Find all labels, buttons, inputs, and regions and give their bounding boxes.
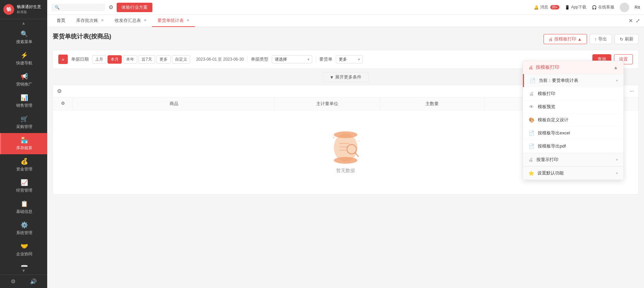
corp-icon: 🤝 [21,243,28,250]
th-qty: 主数量 [380,97,485,110]
dropdown-template-preview-item[interactable]: 👁 模板预览 [523,100,623,114]
filter-divider2 [316,56,316,63]
tab-home-label: 首页 [57,18,65,24]
notification-btn[interactable]: 🔔 消息 99+ [534,4,559,10]
dropdown-header: 🖨 按模板打印 ▲ [523,61,623,74]
print-btn[interactable]: 🖨 按模板打印 ▲ [544,34,587,44]
tab-close-all-btn[interactable]: ✕ [628,18,633,24]
refresh-icon: ↻ [620,37,623,42]
empty-svg-icon [325,131,366,164]
export-btn[interactable]: ↑ 导出 [590,34,612,44]
print-chevron-icon: ▲ [578,37,582,42]
sidebar-item-system[interactable]: ⚙️ 系统管理 [0,218,47,239]
type-filter-select[interactable]: 请选择 [272,55,312,63]
sidebar-item-search[interactable]: 🔍 搜索菜单 [0,27,47,48]
date-7days-btn[interactable]: 近7天 [139,55,155,64]
sidebar-item-finance[interactable]: 💰 资金管理 [0,154,47,175]
date-year-btn[interactable]: 本年 [123,55,137,64]
sidebar-scroll-down[interactable]: ▼ [0,267,47,275]
page-content: 要货单统计表(按商品) 🖨 按模板打印 ▲ ↑ 导出 ↻ 刷新 [47,27,644,288]
settings-bottom-icon[interactable]: ⚙ [11,278,16,285]
svg-point-9 [359,140,360,141]
template-print-icon: 🖨 [528,91,534,96]
sidebar-nav: 🔍 搜索菜单 ⚡ 快捷导航 📢 营销推广 📊 销售管理 🛒 采购管理 🏪 库存核… [0,27,47,267]
dropdown-export-pdf-item[interactable]: 📄 按模板导出pdf [523,140,623,153]
sidebar-item-label: 资金管理 [16,166,32,172]
dropdown-chevron-icon[interactable]: ▲ [613,65,618,70]
refresh-btn[interactable]: ↻ 刷新 [615,34,639,44]
page-title: 要货单统计表(按商品) [53,32,111,40]
export-btn-label: 导出 [598,36,607,42]
display-print-label: 按显示打印 [536,157,558,163]
expand-more-btn[interactable]: ▼ 展开更多条件 [323,72,369,82]
tab-inventory-batch[interactable]: 库存批次账 ✕ [71,15,109,27]
date-more-btn[interactable]: 更多 [156,55,171,64]
order-filter-select-wrap: 更多 [336,55,363,63]
tab-expand-btn[interactable]: ⤢ [636,18,640,24]
dropdown-title: 按模板打印 [536,64,559,70]
order-filter-select[interactable]: 更多 [336,55,363,63]
sound-icon[interactable]: 🔊 [30,278,37,285]
date-custom-btn[interactable]: 自定义 [172,55,190,64]
sidebar-item-marketing[interactable]: 📢 营销推广 [0,69,47,91]
trial-btn[interactable]: 体验行业方案 [117,3,152,12]
table-gear-icon[interactable]: ⚙ [57,88,62,94]
sidebar-item-guide[interactable]: 📖 新手引导 [0,260,47,267]
sidebar-scroll-up[interactable]: ▲ [0,19,47,27]
set-default-icon: ⭐ [528,170,534,176]
date-filter-label: 单据日期 [71,56,89,62]
more-options-icon[interactable]: ··· [630,88,634,94]
date-current-month-btn[interactable]: 本月 [108,55,122,64]
dropdown-template-print-item[interactable]: 🖨 模板打印 [523,87,623,100]
sidebar-item-corp[interactable]: 🤝 企业协同 [0,239,47,260]
empty-text: 暂无数据 [336,168,355,174]
current-doc-icon: 📄 [529,78,535,83]
app-logo: 畅 畅康通好生意 标准版 [0,0,47,19]
export-excel-icon: 📄 [528,130,534,136]
dropdown-display-print-section[interactable]: 🖨 按显示打印 ▾ [523,153,623,166]
topbar-right: 🔔 消息 99+ 📱 App下载 🎧 在线客服 Rit [534,3,640,12]
app-download-btn[interactable]: 📱 App下载 [565,4,586,10]
sidebar-item-sales[interactable]: 📊 销售管理 [0,91,47,112]
refresh-btn-label: 刷新 [625,36,634,42]
online-service-btn[interactable]: 🎧 在线客服 [592,4,614,10]
logo-icon: 畅 [3,4,14,15]
svg-point-2 [334,157,357,164]
empty-illustration [325,131,366,164]
tab-receipt-summary-close[interactable]: ✕ [144,18,147,23]
sidebar-item-operation[interactable]: 📈 经营管理 [0,175,47,197]
purchase-icon: 🛒 [21,115,28,123]
sidebar: 畅 畅康通好生意 标准版 ▲ 🔍 搜索菜单 ⚡ 快捷导航 📢 营销推广 📊 销售… [0,0,47,288]
sidebar-item-basic[interactable]: 📋 基础信息 [0,197,47,218]
display-print-arrow: ▾ [616,158,618,162]
order-type-label: 要货单 [319,56,332,62]
search-icon: 🔍 [55,5,60,10]
sidebar-item-purchase[interactable]: 🛒 采购管理 [0,112,47,133]
tab-inventory-batch-close[interactable]: ✕ [101,18,104,23]
display-print-icon: 🖨 [528,157,533,162]
date-last-month-btn[interactable]: 上月 [92,55,106,64]
dropdown-set-default-section[interactable]: ⭐ 设置默认功能 ▾ [523,166,623,180]
export-excel-label: 按模板导出excel [538,130,570,136]
template-design-icon: 🎨 [528,117,534,123]
sidebar-item-inventory[interactable]: 🏪 库存核算 [0,133,47,154]
tab-order-stats[interactable]: 要货单统计表 ✕ [152,15,195,27]
avatar[interactable] [620,3,629,12]
sidebar-item-shortcut[interactable]: ⚡ 快捷导航 [0,48,47,69]
dropdown-template-design-item[interactable]: 🎨 模板自定义设计 [523,114,623,127]
operation-icon: 📈 [21,179,28,186]
chevron-down-icon: ▼ [330,75,334,80]
sidebar-item-label: 销售管理 [16,103,32,108]
dropdown-export-excel-item[interactable]: 📄 按模板导出excel [523,127,623,140]
search-bar[interactable]: 🔍 [51,4,105,11]
dropdown-current-item[interactable]: 📄 当前：要货单统计表 ▾ [523,74,623,87]
basic-icon: 📋 [21,200,28,207]
tab-receipt-summary[interactable]: 收发存汇总表 ✕ [109,15,152,27]
filter-expand-btn[interactable]: » [58,55,68,64]
tab-order-stats-label: 要货单统计表 [157,18,184,24]
tab-home[interactable]: 首页 [51,15,71,27]
sidebar-item-label: 基础信息 [16,209,32,215]
type-filter-select-wrap: 请选择 [272,55,312,63]
tab-order-stats-close[interactable]: ✕ [186,18,189,23]
topbar-gear-icon[interactable]: ⚙ [109,4,113,10]
